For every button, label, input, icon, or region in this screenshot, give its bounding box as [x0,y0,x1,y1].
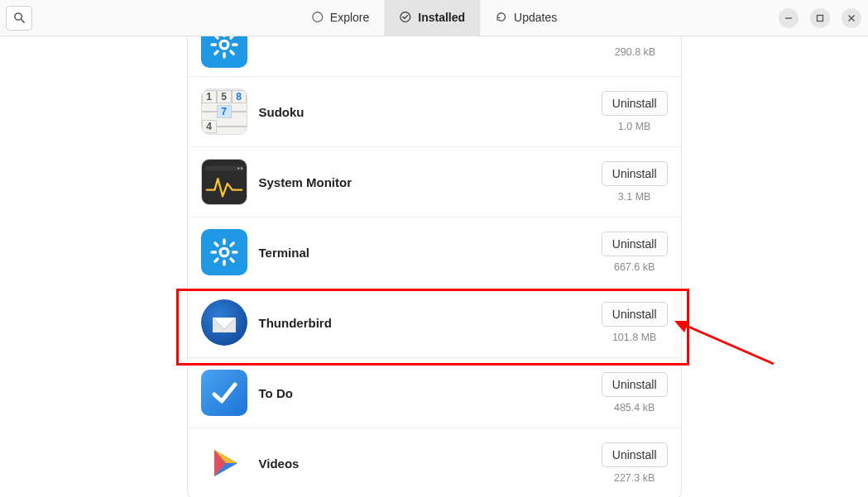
view-tabs: Explore Installed Updates [296,0,572,36]
app-size: 667.6 kB [614,261,655,273]
maximize-icon [816,14,824,22]
play-icon [204,443,244,483]
thunderbird-icon [201,299,247,346]
app-size: 1.0 MB [618,121,651,132]
svg-point-19 [241,167,242,169]
app-icon-terminal [201,229,247,275]
app-row-todo[interactable]: To Do Uninstall 485.4 kB [188,358,681,428]
svg-point-8 [220,41,228,49]
svg-point-20 [220,248,228,256]
maximize-button[interactable] [810,8,830,28]
window-controls [779,8,861,28]
tab-updates[interactable]: Updates [480,0,572,36]
svg-point-2 [312,12,322,22]
refresh-icon [495,11,507,23]
pulse-icon [202,159,247,205]
content-area: 290.8 kB 158 7 4 Sudoku Uninstall 1.0 MB… [0,36,868,497]
svg-line-25 [214,243,217,246]
app-row-snapd[interactable]: 290.8 kB [188,36,681,77]
minimize-button[interactable] [779,8,798,28]
installed-app-list: 290.8 kB 158 7 4 Sudoku Uninstall 1.0 MB… [187,36,682,497]
compass-icon [311,11,324,23]
check-icon [208,376,241,409]
svg-line-27 [214,259,217,261]
app-actions: Uninstall 667.6 kB [602,232,668,273]
svg-rect-5 [818,15,823,21]
svg-line-26 [230,259,233,261]
app-name: System Monitor [259,175,602,189]
svg-line-14 [230,51,233,54]
svg-line-15 [214,51,217,54]
uninstall-button[interactable]: Uninstall [602,91,668,116]
app-icon-sudoku: 158 7 4 [201,88,247,135]
app-size: 101.8 MB [612,332,657,343]
uninstall-button[interactable]: Uninstall [602,442,668,467]
app-icon-system-monitor [201,159,247,205]
app-actions: Uninstall 3.1 MB [602,161,668,203]
gear-icon [209,36,239,60]
app-name: Videos [259,456,602,471]
uninstall-button[interactable]: Uninstall [602,161,668,186]
app-row-videos[interactable]: Videos Uninstall 227.3 kB [188,428,681,497]
app-actions: Uninstall 101.8 MB [602,302,668,343]
app-actions: Uninstall 485.4 kB [602,372,668,413]
app-row-sudoku[interactable]: 158 7 4 Sudoku Uninstall 1.0 MB [188,77,681,147]
uninstall-button[interactable]: Uninstall [602,372,668,397]
app-row-terminal[interactable]: Terminal Uninstall 667.6 kB [188,217,681,288]
minimize-icon [784,14,793,22]
svg-point-18 [237,167,239,169]
check-circle-icon [399,11,411,23]
app-icon-gear [201,36,247,68]
app-row-thunderbird[interactable]: Thunderbird Uninstall 101.8 MB [188,288,681,358]
svg-line-28 [230,243,233,246]
close-icon [847,14,856,22]
app-actions: Uninstall 227.3 kB [602,442,668,484]
app-actions: 290.8 kB [603,46,668,58]
app-actions: Uninstall 1.0 MB [602,91,668,132]
app-name: Sudoku [259,105,602,119]
app-name: Thunderbird [259,316,602,330]
tab-installed-label: Installed [418,11,465,24]
gear-icon [209,237,239,267]
tab-installed[interactable]: Installed [384,0,480,36]
app-size: 3.1 MB [618,191,651,203]
svg-line-1 [21,20,24,23]
app-icon-thunderbird [201,299,247,346]
search-icon [13,12,26,24]
app-icon-videos [201,440,247,486]
app-name: Terminal [259,246,602,260]
uninstall-button[interactable]: Uninstall [602,232,668,256]
search-button[interactable] [6,6,32,31]
svg-line-16 [230,36,233,38]
app-size: 485.4 kB [614,402,655,413]
header-bar: Explore Installed Updates [0,0,868,36]
tab-explore[interactable]: Explore [296,0,384,36]
uninstall-button[interactable]: Uninstall [602,302,668,327]
app-row-system-monitor[interactable]: System Monitor Uninstall 3.1 MB [188,147,681,217]
tab-explore-label: Explore [330,11,369,24]
tab-updates-label: Updates [514,11,557,24]
close-button[interactable] [842,8,861,28]
app-name: To Do [259,386,602,400]
app-size: 290.8 kB [615,46,655,58]
svg-line-13 [214,36,217,38]
app-size: 227.3 kB [614,472,655,484]
app-icon-todo [201,370,247,416]
